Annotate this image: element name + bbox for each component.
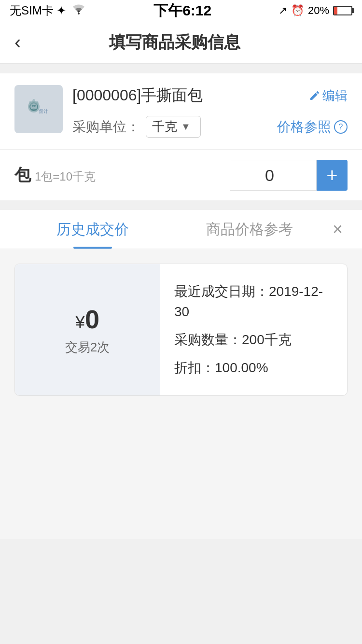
- page-title: 填写商品采购信息: [30, 31, 319, 54]
- tab-history-label: 历史成交价: [56, 220, 129, 239]
- carrier-text: 无SIM卡 ✦: [10, 3, 66, 18]
- unit-select[interactable]: 千克 ▼: [146, 116, 201, 138]
- product-card: 督计 [0000006]手撕面包 编辑 采购单位： 千克 ▼: [0, 73, 362, 149]
- dropdown-arrow-icon: ▼: [181, 121, 191, 132]
- price-ref-label: 价格参照: [277, 118, 331, 136]
- product-thumbnail: 督计: [14, 85, 63, 133]
- product-title-row: [0000006]手撕面包 编辑: [72, 85, 348, 106]
- unit-value: 千克: [152, 118, 177, 135]
- quantity-plus-button[interactable]: +: [317, 160, 348, 191]
- quantity-row: 包 1包=10千克 +: [0, 150, 362, 200]
- history-price-value: 0: [85, 305, 99, 334]
- history-price-currency: ¥: [75, 312, 85, 332]
- product-name: [0000006]手撕面包: [72, 85, 203, 106]
- history-recent-date-row: 最近成交日期：2019-12-30: [174, 281, 333, 322]
- svg-point-0: [78, 13, 80, 14]
- purchase-unit-label: 采购单位：: [72, 118, 140, 136]
- history-purchase-qty-row: 采购数量：200千克: [174, 330, 333, 350]
- product-info: [0000006]手撕面包 编辑 采购单位： 千克 ▼ 价格: [72, 85, 348, 138]
- recent-date-label: 最近成交日期：: [174, 284, 269, 299]
- tab-history-price[interactable]: 历史成交价: [14, 210, 171, 249]
- quantity-ratio: 1包=10千克: [35, 169, 96, 184]
- quantity-label: 包 1包=10千克: [14, 164, 96, 186]
- close-button[interactable]: ×: [328, 214, 348, 244]
- discount-value: 100.00%: [215, 360, 268, 375]
- separator: [0, 200, 362, 210]
- history-transactions: 交易2次: [65, 339, 110, 356]
- purchase-qty-label: 采购数量：: [174, 332, 242, 347]
- purchase-qty-value: 200千克: [242, 332, 292, 347]
- quantity-input-row: +: [230, 160, 348, 191]
- history-card: ¥0 交易2次 最近成交日期：2019-12-30 采购数量：200千克 折扣：…: [14, 264, 348, 396]
- battery-pct: 20%: [308, 4, 329, 17]
- svg-point-5: [32, 99, 35, 104]
- quantity-unit: 包: [14, 164, 31, 186]
- product-header: 督计 [0000006]手撕面包 编辑 采购单位： 千克 ▼: [14, 85, 348, 138]
- history-card-left: ¥0 交易2次: [15, 264, 160, 395]
- battery-icon: [333, 6, 352, 15]
- history-price: ¥0: [75, 304, 99, 334]
- tab-product-price-ref[interactable]: 商品价格参考: [171, 210, 327, 249]
- history-section: ¥0 交易2次 最近成交日期：2019-12-30 采购数量：200千克 折扣：…: [0, 249, 362, 539]
- svg-text:督计: 督计: [39, 109, 48, 114]
- quantity-input[interactable]: [230, 160, 317, 191]
- history-discount-row: 折扣：100.00%: [174, 358, 333, 378]
- status-left: 无SIM卡 ✦: [10, 3, 86, 18]
- tab-product-price-label: 商品价格参考: [206, 220, 293, 239]
- back-button[interactable]: ‹: [14, 31, 21, 53]
- wifi-icon: [71, 4, 86, 17]
- price-reference-button[interactable]: 价格参照 ?: [277, 118, 348, 136]
- history-card-right: 最近成交日期：2019-12-30 采购数量：200千克 折扣：100.00%: [160, 264, 347, 395]
- nav-bar: ‹ 填写商品采购信息: [0, 21, 362, 64]
- status-time: 下午6:12: [153, 1, 211, 21]
- tabs-container: 历史成交价 商品价格参考 ×: [0, 210, 362, 249]
- alarm-icon: ⏰: [291, 4, 304, 17]
- status-right: ↗ ⏰ 20%: [278, 4, 352, 17]
- discount-label: 折扣：: [174, 360, 215, 375]
- edit-label: 编辑: [322, 87, 348, 104]
- edit-button[interactable]: 编辑: [309, 87, 348, 104]
- location-icon: ↗: [278, 4, 287, 17]
- status-bar: 无SIM卡 ✦ 下午6:12 ↗ ⏰ 20%: [0, 0, 362, 21]
- purchase-unit-row: 采购单位： 千克 ▼ 价格参照 ?: [72, 116, 348, 138]
- svg-text:?: ?: [339, 123, 343, 131]
